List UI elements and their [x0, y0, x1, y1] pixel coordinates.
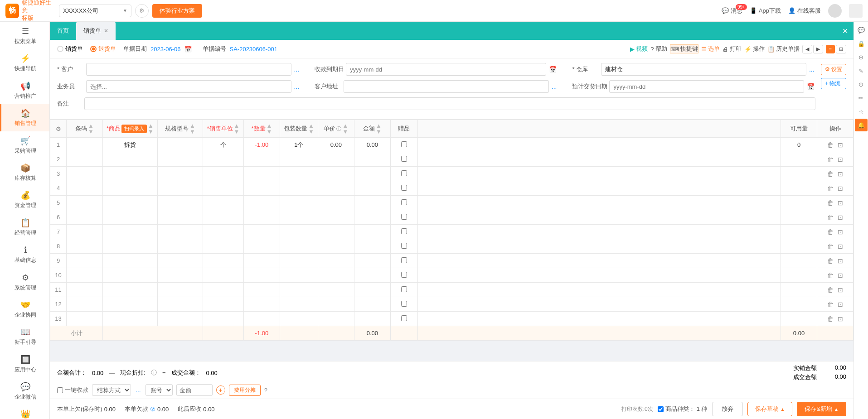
- payment-due-input[interactable]: [346, 63, 546, 76]
- copy-row-btn-4[interactable]: ⊡: [836, 199, 844, 207]
- right-panel-add-btn[interactable]: ⊕: [855, 51, 868, 63]
- gift-checkbox-7[interactable]: [401, 243, 407, 249]
- row-pkgqty-0[interactable]: 1个: [280, 138, 318, 152]
- row-spec-3[interactable]: [157, 181, 203, 196]
- delete-row-btn-2[interactable]: 🗑: [826, 170, 835, 178]
- salesperson-dots-button[interactable]: ...: [293, 83, 301, 90]
- amount-input[interactable]: [176, 384, 213, 396]
- tab-sales-order[interactable]: 销货单 ✕: [76, 22, 116, 40]
- gift-checkbox-6[interactable]: [401, 228, 407, 234]
- row-amount-9[interactable]: [354, 268, 390, 283]
- qty-sort[interactable]: ▲▼: [267, 123, 272, 135]
- payment-due-calendar-icon[interactable]: 📅: [548, 66, 558, 73]
- row-unit-12[interactable]: [203, 312, 243, 326]
- row-unit-3[interactable]: [203, 181, 243, 196]
- row-qty-3[interactable]: [243, 181, 280, 196]
- this-order-deficit-symbol[interactable]: ②: [150, 406, 155, 413]
- radio-return-order[interactable]: 退货单: [90, 45, 116, 53]
- row-spec-4[interactable]: [157, 196, 203, 210]
- tab-close-icon[interactable]: ✕: [104, 28, 108, 34]
- row-amount-6[interactable]: [354, 225, 390, 239]
- date-calendar-icon[interactable]: 📅: [184, 46, 192, 53]
- pkgqty-sort[interactable]: ▲▼: [308, 123, 314, 135]
- right-panel-alert-btn[interactable]: 🔔: [855, 119, 868, 131]
- gift-checkbox-3[interactable]: [401, 185, 407, 191]
- customer-address-input[interactable]: [344, 80, 549, 93]
- right-panel-lock-btn[interactable]: 🔒: [855, 37, 868, 50]
- copy-row-btn-7[interactable]: ⊡: [836, 243, 844, 250]
- row-gift-12[interactable]: [390, 312, 417, 326]
- delete-row-btn-3[interactable]: 🗑: [826, 185, 835, 192]
- row-gift-1[interactable]: [390, 152, 417, 167]
- row-barcode-2[interactable]: [67, 167, 103, 181]
- online-service-button[interactable]: 👤 在线客服: [788, 7, 821, 15]
- settlement-dots-button[interactable]: ...: [135, 386, 142, 394]
- sidebar-item-8[interactable]: ℹ基础信息: [0, 241, 49, 268]
- row-unit-2[interactable]: [203, 167, 243, 181]
- copy-row-btn-12[interactable]: ⊡: [836, 315, 844, 323]
- row-product-6[interactable]: [103, 225, 158, 239]
- right-panel-chat-btn[interactable]: 💬: [855, 24, 868, 36]
- row-unit-9[interactable]: [203, 268, 243, 283]
- row-unit-6[interactable]: [203, 225, 243, 239]
- row-price-6[interactable]: [318, 225, 354, 239]
- delete-row-btn-0[interactable]: 🗑: [826, 141, 835, 149]
- row-amount-12[interactable]: [354, 312, 390, 326]
- row-spec-9[interactable]: [157, 268, 203, 283]
- row-unit-7[interactable]: [203, 239, 243, 254]
- row-product-3[interactable]: [103, 181, 158, 196]
- row-qty-7[interactable]: [243, 239, 280, 254]
- scan-button[interactable]: 扫码录入: [121, 125, 147, 133]
- row-product-12[interactable]: [103, 312, 158, 326]
- row-qty-10[interactable]: [243, 283, 280, 297]
- product-kind-area[interactable]: 商品种类： 1 种: [658, 405, 708, 413]
- address-dots-button[interactable]: ...: [551, 83, 558, 90]
- add-payment-button[interactable]: +: [216, 385, 225, 395]
- row-amount-4[interactable]: [354, 196, 390, 210]
- settings-gear-button[interactable]: ⚙: [135, 4, 149, 18]
- customer-input[interactable]: [86, 63, 291, 76]
- row-gift-5[interactable]: [390, 210, 417, 225]
- company-selector[interactable]: XXXXXX公司 ▼: [59, 5, 131, 17]
- product-kind-checkbox[interactable]: [658, 406, 664, 412]
- sidebar-item-9[interactable]: ⚙系统管理: [0, 268, 49, 295]
- delete-row-btn-6[interactable]: 🗑: [826, 228, 835, 236]
- row-amount-10[interactable]: [354, 283, 390, 297]
- row-unit-5[interactable]: [203, 210, 243, 225]
- row-price-10[interactable]: [318, 283, 354, 297]
- row-amount-11[interactable]: [354, 297, 390, 312]
- discount-info-icon[interactable]: ⓘ: [151, 369, 157, 377]
- row-pkgqty-3[interactable]: [280, 181, 318, 196]
- row-gift-6[interactable]: [390, 225, 417, 239]
- right-panel-pen-btn[interactable]: ✏: [855, 92, 868, 104]
- choose-button[interactable]: ☰ 选单: [701, 45, 720, 53]
- row-amount-3[interactable]: [354, 181, 390, 196]
- gift-checkbox-12[interactable]: [401, 315, 407, 321]
- row-pkgqty-4[interactable]: [280, 196, 318, 210]
- row-pkgqty-12[interactable]: [280, 312, 318, 326]
- gift-checkbox-10[interactable]: [401, 286, 407, 292]
- sidebar-item-7[interactable]: 📋经营管理: [0, 213, 49, 241]
- row-price-8[interactable]: [318, 254, 354, 268]
- copy-row-btn-1[interactable]: ⊡: [836, 156, 844, 163]
- row-product-11[interactable]: [103, 297, 158, 312]
- gift-checkbox-5[interactable]: [401, 214, 407, 220]
- avatar[interactable]: [828, 4, 842, 18]
- gift-checkbox-1[interactable]: [401, 156, 407, 162]
- barcode-input-7[interactable]: [69, 243, 100, 250]
- row-spec-12[interactable]: [157, 312, 203, 326]
- warehouse-dots-button[interactable]: ...: [808, 66, 815, 73]
- row-spec-7[interactable]: [157, 239, 203, 254]
- barcode-input-8[interactable]: [69, 257, 100, 264]
- gift-checkbox-2[interactable]: [401, 170, 407, 176]
- row-gift-2[interactable]: [390, 167, 417, 181]
- row-spec-8[interactable]: [157, 254, 203, 268]
- row-gift-3[interactable]: [390, 181, 417, 196]
- row-product-0[interactable]: 拆货: [103, 138, 158, 152]
- gift-checkbox-4[interactable]: [401, 199, 407, 205]
- delete-row-btn-1[interactable]: 🗑: [826, 156, 835, 163]
- row-barcode-7[interactable]: [67, 239, 103, 254]
- row-product-5[interactable]: [103, 210, 158, 225]
- row-product-9[interactable]: [103, 268, 158, 283]
- row-product-4[interactable]: [103, 196, 158, 210]
